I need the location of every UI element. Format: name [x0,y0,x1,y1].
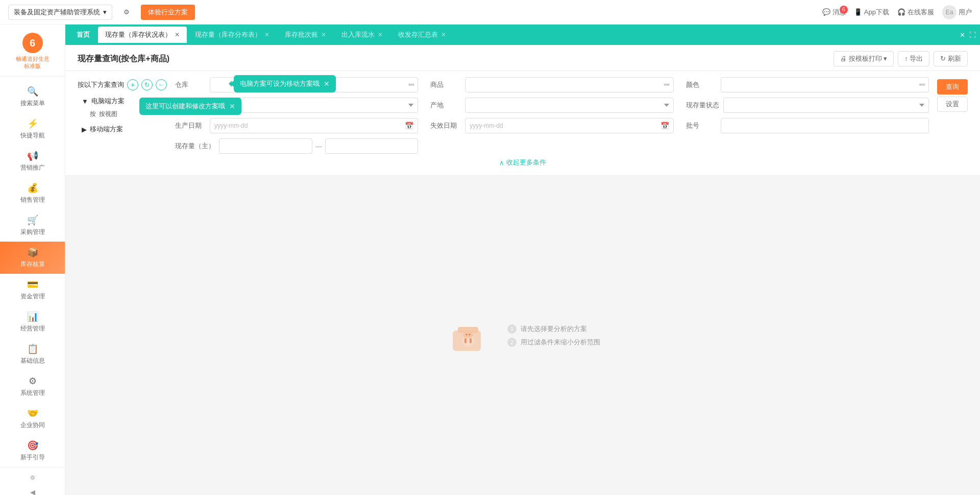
export-button[interactable]: ↑ 导出 [898,51,929,66]
sidebar-item-inventory[interactable]: 📦 库存核算 [0,242,65,274]
sidebar-item-marketing[interactable]: 📢 营销推广 [0,145,65,177]
product-input[interactable]: ••• [465,77,673,92]
tooltip2: 这里可以创建和修改方案哦 ✕ [139,98,241,115]
stock-qty-max-input[interactable] [325,138,419,154]
sidebar-bottom: ⚙ ◀ [0,467,65,495]
sidebar-item-purchase[interactable]: 🛒 采购管理 [0,209,65,242]
tab-batch-account-close[interactable]: ✕ [321,31,326,38]
sidebar-item-search-menu[interactable]: 🔍 搜索菜单 [0,81,65,113]
page-actions: 🖨 按模板打印 ▾ ↑ 导出 ↻ 刷新 [834,51,968,66]
svg-point-5 [463,332,473,338]
print-icon: 🖨 [840,55,849,62]
scheme-mobile-arrow: ▶ [82,126,87,133]
stock-qty-field: 现存量（主） — [175,138,418,154]
finance-icon: 💳 [27,279,38,290]
tab-inventory-status-label: 现存量（库存状况表） [105,30,172,39]
collapse-sidebar-button[interactable]: ◀ [28,486,37,495]
settings-bottom-button[interactable]: ⚙ [30,472,35,484]
sales-icon: 💰 [27,182,38,194]
marketing-icon: 📢 [27,150,38,161]
tab-recv-summary[interactable]: 收发存汇总表 ✕ [391,27,453,43]
refresh-button[interactable]: ↻ 刷新 [934,51,968,66]
expire-date-input[interactable]: yyyy-mm-dd 📅 [465,118,673,133]
sidebar-item-label-guide: 新手引导 [20,453,45,462]
svg-rect-4 [470,338,472,343]
sidebar-item-operation[interactable]: 📊 经营管理 [0,306,65,338]
online-support-button[interactable]: 🎧 在线客服 [897,8,934,17]
tab-inout-flow[interactable]: 出入库流水 ✕ [334,27,390,43]
trial-button[interactable]: 体验行业方案 [141,5,195,20]
collapse-icon: ◀ [30,488,35,495]
sidebar-item-label-system: 系统管理 [20,389,45,397]
scheme-view-label: 按视图 [99,110,117,119]
sidebar-item-basic-info[interactable]: 📋 基础信息 [0,338,65,370]
tab-close-all-icon[interactable]: ✕ [960,31,965,39]
sidebar-item-finance[interactable]: 💳 资金管理 [0,274,65,306]
main-content: 1 请先选择要分析的方案 2 用过滤条件来缩小分析范围 [65,176,980,495]
color-input[interactable]: ••• [721,77,929,92]
app-download-button[interactable]: 📱 App下载 [854,8,889,17]
product-field: 商品 ••• [430,77,673,92]
svg-point-7 [469,334,471,335]
page-title: 现存量查询(按仓库+商品) [78,54,169,64]
stock-qty-min-input[interactable] [219,138,312,154]
search-button[interactable]: 查询 [937,79,968,95]
purchase-icon: 🛒 [27,215,38,226]
online-support-label: 在线客服 [908,8,934,17]
product-dots-icon: ••• [664,80,669,89]
system-name-label: 装备及固定资产辅助管理系统 [14,8,100,17]
refresh-scheme-button[interactable]: ↻ [141,79,153,90]
sidebar-item-enterprise[interactable]: 🤝 企业协同 [0,403,65,435]
empty-illustration [445,313,491,359]
empty-tip: 1 请先选择要分析的方案 2 用过滤条件来缩小分析范围 [507,324,600,347]
top-bar: 装备及固定资产辅助管理系统 ▾ ⚙ 体验行业方案 💬 消息 6 📱 App下载 … [0,0,980,25]
tab-inventory-dist-close[interactable]: ✕ [264,31,270,38]
origin-select[interactable] [465,98,673,113]
logo-sub: 标准版 [16,62,50,69]
produce-date-input[interactable]: yyyy-mm-dd 📅 [210,118,418,133]
tooltip2-close-button[interactable]: ✕ [229,102,235,110]
stock-status-select[interactable] [723,98,929,113]
basic-info-icon: 📋 [27,343,38,355]
avatar: Ea [942,5,957,19]
tooltip1-close-button[interactable]: ✕ [324,80,330,88]
sidebar-item-label-sales: 销售管理 [20,196,45,204]
sidebar-item-system[interactable]: ⚙ 系统管理 [0,370,65,403]
tab-inventory-status-close[interactable]: ✕ [175,31,180,38]
empty-state: 1 请先选择要分析的方案 2 用过滤条件来缩小分析范围 [445,313,600,359]
scheme-desktop-label: 电脑端方案 [91,97,125,106]
reset-button[interactable]: 设置 [937,97,968,112]
message-button[interactable]: 💬 消息 6 [822,8,846,17]
tab-home[interactable]: 首页 [69,27,97,43]
tooltip1-text: 电脑方案可设为移动方案哦 [240,79,320,88]
produce-date-placeholder: yyyy-mm-dd [214,122,248,129]
tab-fullscreen-icon[interactable]: ⛶ [969,31,976,39]
print-button[interactable]: 🖨 按模板打印 ▾ [834,51,894,66]
add-scheme-button[interactable]: + [127,79,138,90]
tab-inventory-dist-label: 现存量（库存分布表） [195,30,261,39]
sidebar-item-guide[interactable]: 🎯 新手引导 [0,435,65,467]
scheme-mobile-label: 移动端方案 [90,125,123,134]
batch-no-input[interactable] [721,118,929,133]
sidebar-item-quick-nav[interactable]: ⚡ 快捷导航 [0,113,65,145]
tab-bar: 首页 现存量（库存状况表） ✕ 现存量（库存分布表） ✕ 库存批次账 ✕ 出入库… [65,25,980,45]
back-scheme-button[interactable]: ← [156,79,167,90]
tab-inventory-dist[interactable]: 现存量（库存分布表） ✕ [188,27,277,43]
system-selector[interactable]: 装备及固定资产辅助管理系统 ▾ [8,5,112,20]
svg-point-6 [466,334,468,335]
tab-inout-flow-close[interactable]: ✕ [378,31,383,38]
tab-inventory-status[interactable]: 现存量（库存状况表） ✕ [98,27,187,43]
origin-label: 产地 [430,101,461,110]
print-label: 按模板打印 [849,55,882,62]
scheme-mobile-item[interactable]: ▶ 移动端方案 [78,123,167,136]
collapse-filter-button[interactable]: ∧ 收起更多条件 [78,154,968,169]
settings-button[interactable]: ⚙ [118,4,135,20]
guide-icon: 🎯 [27,440,38,451]
tab-recv-summary-close[interactable]: ✕ [441,31,446,38]
stock-status-field: 现存量状态 [686,98,929,113]
user-menu[interactable]: Ea 用户 [942,5,972,19]
empty-tip-2-text: 用过滤条件来缩小分析范围 [521,338,600,347]
tab-batch-account[interactable]: 库存批次账 ✕ [278,27,333,43]
message-icon: 💬 [822,8,830,16]
sidebar-item-sales[interactable]: 💰 销售管理 [0,177,65,209]
